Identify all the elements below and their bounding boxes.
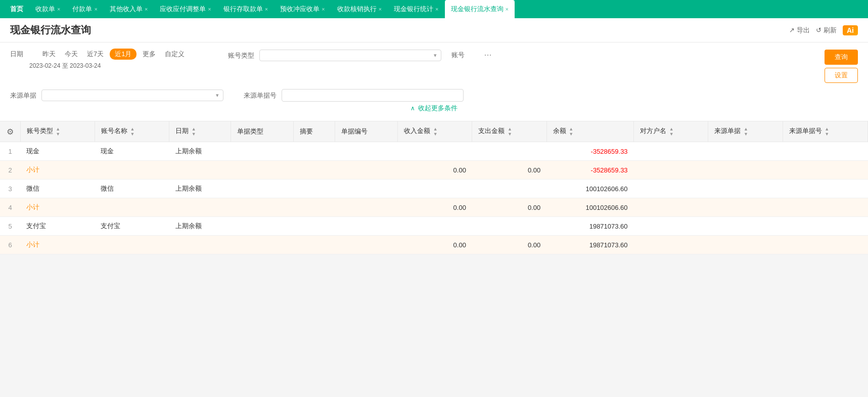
cell-date: 上期余额 (169, 142, 231, 161)
column-date[interactable]: 日期 ▲▼ (169, 121, 231, 142)
row-number: 4 (0, 198, 20, 217)
nav-tab-shoukuandan[interactable]: 收款单 × (29, 0, 66, 18)
cell-doc-type (231, 161, 294, 180)
collapse-filter-button[interactable]: ∧ 收起更多条件 (10, 102, 858, 115)
cell-summary (294, 236, 335, 254)
cell-doc-number (335, 180, 398, 198)
close-icon[interactable]: × (322, 0, 325, 18)
close-icon[interactable]: × (57, 0, 60, 18)
column-expense[interactable]: 支出金额 ▲▼ (472, 121, 546, 142)
nav-tab-yushouchong[interactable]: 预收冲应收单 × (274, 0, 331, 18)
refresh-icon: ↺ (816, 26, 821, 34)
nav-tab-yinhangcunqu[interactable]: 银行存取款单 × (217, 0, 274, 18)
cell-expense: 0.00 (472, 161, 546, 180)
nav-tab-xianjintongji[interactable]: 现金银行统计 × (388, 0, 444, 18)
settings-button[interactable]: 设置 (825, 68, 858, 83)
close-icon[interactable]: × (94, 0, 97, 18)
filter-second-row: 来源单据 ▾ 来源单据号 (10, 89, 858, 102)
date-btn-yesterday[interactable]: 昨天 (39, 49, 59, 60)
date-btn-today[interactable]: 今天 (62, 49, 81, 60)
cell-source-doc-num (783, 142, 867, 161)
column-counterparty[interactable]: 对方户名 ▲▼ (634, 121, 708, 142)
cell-summary (294, 217, 335, 236)
nav-tab-qitashouru[interactable]: 其他收入单 × (104, 0, 154, 18)
nav-tab-yingshoutiaozheng[interactable]: 应收应付调整单 × (154, 0, 217, 18)
gear-icon[interactable]: ⚙ (7, 127, 14, 136)
column-source-doc-num[interactable]: 来源单据号 ▲▼ (783, 121, 867, 142)
source-doc-num-label: 来源单据号 (244, 91, 277, 100)
close-icon[interactable]: × (379, 0, 382, 18)
cell-doc-type (231, 180, 294, 198)
column-account-type[interactable]: 账号类型 ▲▼ (20, 121, 95, 142)
cell-account-name (95, 161, 169, 180)
row-number: 1 (0, 142, 20, 161)
cell-income: 0.00 (398, 198, 472, 217)
sort-icon: ▲▼ (192, 126, 196, 137)
cell-date (169, 161, 231, 180)
cell-counterparty (634, 217, 708, 236)
column-doc-number[interactable]: 单据编号 (335, 121, 398, 142)
close-icon[interactable]: × (265, 0, 268, 18)
cell-income (398, 180, 472, 198)
cell-date (169, 236, 231, 254)
date-btn-7days[interactable]: 近7天 (84, 49, 107, 60)
cell-summary (294, 161, 335, 180)
nav-tab-liushui[interactable]: 现金银行流水查询 × (445, 0, 515, 18)
date-btn-more[interactable]: 更多 (140, 49, 159, 60)
cell-source-doc (708, 142, 783, 161)
cell-account-name (95, 198, 169, 217)
date-btn-custom[interactable]: 自定义 (162, 49, 188, 60)
account-label: 账号 (451, 51, 477, 60)
source-doc-select[interactable]: ▾ (41, 90, 223, 101)
cell-balance: 100102606.60 (546, 198, 633, 217)
row-number: 6 (0, 236, 20, 254)
close-icon[interactable]: × (506, 0, 509, 18)
close-icon[interactable]: × (435, 0, 438, 18)
column-settings[interactable]: ⚙ (0, 121, 20, 142)
nav-home[interactable]: 首页 (4, 0, 29, 18)
nav-tab-fukuandan[interactable]: 付款单 × (66, 0, 103, 18)
table-row: 2小计0.000.00-3528659.33 (0, 161, 868, 180)
cell-source-doc-num (783, 217, 867, 236)
cell-doc-type (231, 142, 294, 161)
cell-date: 上期余额 (169, 180, 231, 198)
source-doc-num-input[interactable] (282, 89, 464, 102)
export-button[interactable]: ↗ 导出 (789, 26, 810, 35)
cell-expense (472, 142, 546, 161)
row-number: 3 (0, 180, 20, 198)
cell-expense: 0.00 (472, 198, 546, 217)
column-balance[interactable]: 余额 ▲▼ (546, 121, 633, 142)
refresh-button[interactable]: ↺ 刷新 (816, 26, 837, 35)
cell-income: 0.00 (398, 236, 472, 254)
cell-account-name: 现金 (95, 142, 169, 161)
row-number: 2 (0, 161, 20, 180)
date-range-display: 2023-02-24 至 2023-03-24 (29, 62, 101, 69)
close-icon[interactable]: × (208, 0, 211, 18)
source-doc-group: 来源单据 ▾ (10, 90, 223, 101)
query-button[interactable]: 查询 (825, 50, 858, 65)
data-table-container: ⚙ 账号类型 ▲▼ 账号名称 ▲▼ 日期 ▲▼ 单据类型 摘 (0, 121, 868, 254)
chevron-down-icon: ▾ (434, 52, 437, 59)
more-options-icon[interactable]: ··· (484, 50, 491, 60)
nav-tab-shoukuanhexiao[interactable]: 收款核销执行 × (331, 0, 388, 18)
ai-button[interactable]: Ai (843, 25, 858, 35)
cell-summary (294, 198, 335, 217)
date-btn-1month[interactable]: 近1月 (110, 49, 136, 60)
column-income[interactable]: 收入金额 ▲▼ (398, 121, 472, 142)
cell-doc-type (231, 198, 294, 217)
column-source-doc[interactable]: 来源单据 ▲▼ (708, 121, 783, 142)
cell-summary (294, 142, 335, 161)
cell-balance: 100102606.60 (546, 180, 633, 198)
column-doc-type[interactable]: 单据类型 (231, 121, 294, 142)
cell-source-doc (708, 217, 783, 236)
cell-income (398, 217, 472, 236)
cell-account-type: 小计 (20, 236, 95, 254)
close-icon[interactable]: × (145, 0, 148, 18)
cell-counterparty (634, 142, 708, 161)
cell-account-type: 现金 (20, 142, 95, 161)
column-summary[interactable]: 摘要 (294, 121, 335, 142)
cell-source-doc-num (783, 161, 867, 180)
column-account-name[interactable]: 账号名称 ▲▼ (95, 121, 169, 142)
account-type-select[interactable]: ▾ (259, 50, 441, 61)
table-row: 4小计0.000.00100102606.60 (0, 198, 868, 217)
